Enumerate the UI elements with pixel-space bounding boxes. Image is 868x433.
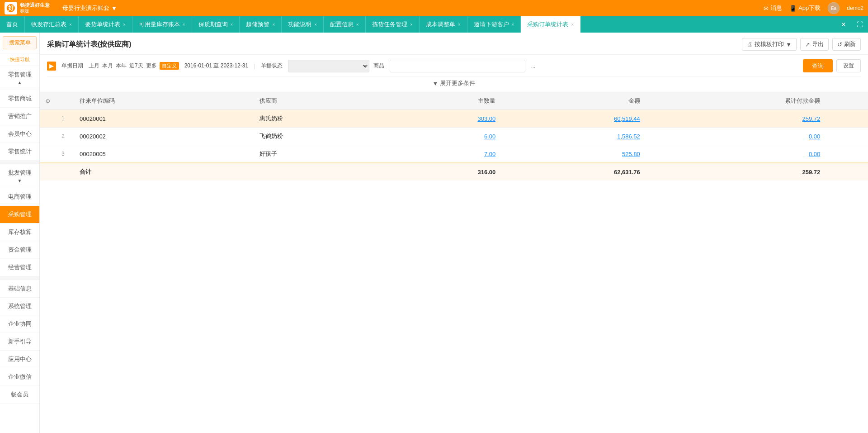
sidebar-item-零售统计[interactable]: 零售统计 [0, 143, 39, 161]
tab-拣货任务管理[interactable]: 拣货任务管理 × [366, 16, 420, 33]
refresh-button[interactable]: ↺ 刷新 [832, 38, 861, 51]
tab-保质期查询[interactable]: 保质期查询 × [192, 16, 240, 33]
tab-close-icon[interactable]: × [356, 22, 359, 27]
tab-close-icon[interactable]: × [458, 22, 461, 27]
print-button[interactable]: 🖨 按模板打印 ▼ [742, 38, 797, 51]
tab-close-icon[interactable]: × [123, 22, 126, 27]
sidebar-item-零售商城[interactable]: 零售商城 [0, 90, 39, 108]
status-select[interactable] [288, 60, 369, 72]
tab-成本调整单[interactable]: 成本调整单 × [420, 16, 467, 33]
sidebar-item-企业协同[interactable]: 企业协同 [0, 315, 39, 333]
tab-收发存汇总表[interactable]: 收发存汇总表 × [25, 16, 79, 33]
custom-date-badge[interactable]: 自定义 [160, 62, 179, 70]
sidebar-item-资金管理[interactable]: 资金管理 [0, 241, 39, 259]
tab-邀请下游客户[interactable]: 邀请下游客户 × [467, 16, 521, 33]
sidebar-item-label: 营销推广 [8, 112, 32, 120]
shortcut-last-month[interactable]: 上月 [89, 62, 99, 70]
tab-要货单统计表[interactable]: 要货单统计表 × [79, 16, 132, 33]
cell-paid: 259.72 [646, 110, 826, 128]
tab-home[interactable]: 首页 [0, 16, 25, 33]
tab-超储预警[interactable]: 超储预警 × [240, 16, 282, 33]
settings-col-icon[interactable]: ⚙ [45, 98, 51, 105]
export-button[interactable]: ↗ 导出 [800, 38, 829, 51]
filter-toggle-btn[interactable]: ▶ [47, 62, 56, 71]
sidebar-item-系统管理[interactable]: 系统管理 [0, 298, 39, 315]
tab-close-icon[interactable]: × [272, 22, 275, 27]
message-label: 消息 [770, 4, 782, 12]
sidebar-item-应用中心[interactable]: 应用中心 [0, 351, 39, 368]
sidebar-search-btn[interactable]: 搜索菜单 [3, 36, 37, 49]
user-name: demo2 [847, 5, 863, 11]
tab-close-icon[interactable]: × [571, 22, 574, 27]
main-layout: 搜索菜单 快捷导航 零售管理 ▲ 零售商城 营销推广 会员中心 零售统计 批发管… [0, 33, 868, 433]
tab-配置信息[interactable]: 配置信息 × [324, 16, 366, 33]
cell-code: 00020005 [74, 145, 254, 163]
expand-more-btn[interactable]: ▼ 展开更多条件 [47, 76, 861, 87]
shortcut-7days[interactable]: 近7天 [129, 62, 143, 70]
tab-功能说明[interactable]: 功能说明 × [282, 16, 324, 33]
filter-area: ▶ 单据日期 上月 本月 本年 近7天 更多 自定义 2016-01-01 至 … [40, 55, 868, 92]
data-table: ⚙ 往来单位编码 供应商 主数量 金额 累计付款金额 1 [40, 92, 868, 181]
cell-qty: 6.00 [388, 128, 501, 145]
sidebar-item-电商管理[interactable]: 电商管理 [0, 188, 39, 206]
tab-label: 配置信息 [330, 20, 354, 29]
cell-paid: 0.00 [646, 145, 826, 163]
sidebar-item-经营管理[interactable]: 经营管理 [0, 259, 39, 276]
tab-label: 功能说明 [288, 20, 311, 29]
table-container: ⚙ 往来单位编码 供应商 主数量 金额 累计付款金额 1 [40, 92, 868, 433]
sidebar-item-label: 零售统计 [8, 148, 32, 156]
date-range-value: 2016-01-01 至 2023-12-31 [184, 62, 248, 70]
nav-close-all-btn[interactable]: ✕ [835, 16, 852, 33]
goods-filter-input[interactable] [390, 60, 525, 72]
content-area: 采购订单统计表(按供应商) 🖨 按模板打印 ▼ ↗ 导出 ↺ 刷新 [40, 33, 868, 433]
col-qty: 主数量 [388, 92, 501, 110]
tab-采购订单统计表[interactable]: 采购订单统计表 × [521, 16, 580, 33]
message-btn[interactable]: ✉ 消息 [764, 4, 782, 12]
sidebar-item-新手引导[interactable]: 新手引导 [0, 333, 39, 351]
sidebar-item-企业微信[interactable]: 企业微信 [0, 368, 39, 386]
cell-extra [826, 145, 868, 163]
tab-close-icon[interactable]: × [183, 22, 185, 27]
sidebar-item-畅会员[interactable]: 畅会员 [0, 386, 39, 404]
shortcut-this-month[interactable]: 本月 [102, 62, 113, 70]
user-avatar[interactable] [828, 2, 840, 14]
tab-close-icon[interactable]: × [69, 22, 72, 27]
cell-qty: 7.00 [388, 145, 501, 163]
refresh-label: 刷新 [844, 40, 856, 48]
col-supplier: 供应商 [254, 92, 388, 110]
workspace-name: 母婴行业演示账套 [62, 4, 109, 12]
sidebar-item-零售管理[interactable]: 零售管理 ▲ [0, 66, 39, 90]
app-download-btn[interactable]: 📱 App下载 [789, 4, 821, 12]
tab-label: 保质期查询 [198, 20, 228, 29]
sidebar-item-会员中心[interactable]: 会员中心 [0, 125, 39, 143]
goods-more-btn[interactable]: ... [531, 63, 535, 69]
sidebar-item-营销推广[interactable]: 营销推广 [0, 108, 39, 125]
sidebar-item-采购管理[interactable]: 采购管理 [0, 206, 39, 224]
shortcut-this-year[interactable]: 本年 [116, 62, 127, 70]
workspace-selector[interactable]: 母婴行业演示账套 ▼ [62, 4, 117, 12]
filter-separator: | [254, 62, 255, 69]
shortcut-more[interactable]: 更多 [146, 62, 157, 70]
sidebar-quick-nav[interactable]: 快捷导航 [0, 53, 39, 66]
nav-tabs-end: ✕ ⛶ [835, 16, 868, 33]
sidebar-item-基础信息[interactable]: 基础信息 [0, 280, 39, 298]
sidebar-item-label: 零售商城 [8, 95, 32, 103]
tab-close-icon[interactable]: × [314, 22, 317, 27]
app-name: 畅捷通好生意 [20, 2, 50, 8]
sidebar-item-label: 电商管理 [8, 193, 32, 201]
footer-seq [56, 163, 74, 181]
tab-close-icon[interactable]: × [512, 22, 514, 27]
table-header-row: ⚙ 往来单位编码 供应商 主数量 金额 累计付款金额 [40, 92, 868, 110]
footer-settings [40, 163, 56, 181]
tab-可用量库存账本[interactable]: 可用量库存账本 × [132, 16, 192, 33]
sidebar-item-批发管理[interactable]: 批发管理 ▼ [0, 164, 39, 188]
logo-icon: 好 [5, 2, 17, 14]
sidebar-item-label: 企业协同 [8, 320, 32, 328]
nav-maximize-btn[interactable]: ⛶ [852, 16, 868, 33]
tab-close-icon[interactable]: × [231, 22, 233, 27]
tab-close-icon[interactable]: × [410, 22, 413, 27]
query-button[interactable]: 查询 [803, 59, 833, 72]
date-shortcuts: 上月 本月 本年 近7天 更多 自定义 [89, 62, 179, 70]
settings-button[interactable]: 设置 [836, 59, 861, 72]
sidebar-item-库存核算[interactable]: 库存核算 [0, 224, 39, 241]
